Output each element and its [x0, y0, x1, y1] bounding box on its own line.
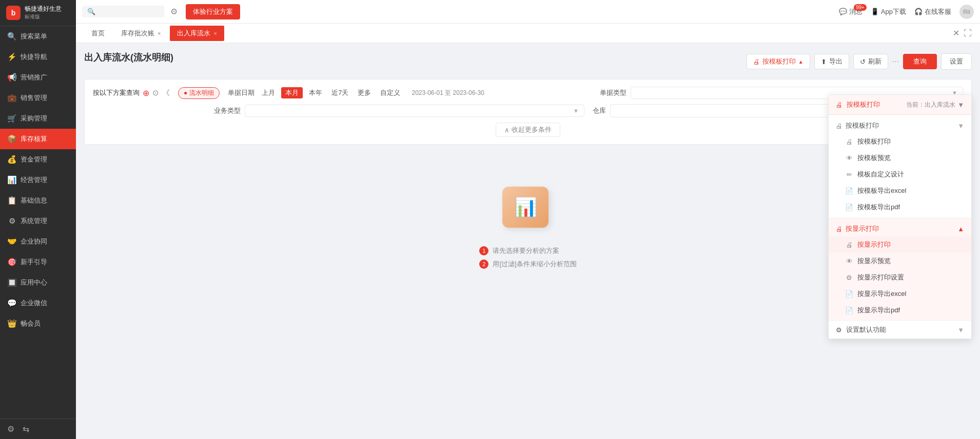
sidebar-item-app-center[interactable]: 🔲 应用中心 — [0, 272, 76, 293]
tabbar: 首页 库存批次账 × 出入库流水 × ✕ ⛶ — [76, 24, 980, 43]
dropdown-chevron-icon[interactable]: ▼ — [957, 101, 964, 109]
date-opt-more[interactable]: 更多 — [355, 87, 374, 98]
dropdown-header-left: 🖨 按模板打印 — [836, 100, 880, 109]
template-excel-icon: 📄 — [845, 187, 853, 195]
print-template-btn[interactable]: 🖨 按模板打印 ▲ — [747, 54, 810, 69]
display-preview-item[interactable]: 👁 按显示预览 — [829, 253, 971, 269]
sidebar-item-vip[interactable]: 👑 畅会员 — [0, 313, 76, 334]
display-export-pdf-item[interactable]: 📄 按显示导出pdf — [829, 302, 971, 318]
topbar-left: 🔍 ⚙ 体验行业方案 — [82, 4, 839, 19]
display-print-settings-item[interactable]: ⚙ 按显示打印设置 — [829, 269, 971, 286]
display-excel-icon: 📄 — [845, 290, 853, 298]
dropdown-section-display: 🖨 按显示打印 ▲ 🖨 按显示打印 👁 按显示预览 ⚙ 按显示打印设置 — [829, 218, 971, 321]
tab-batch[interactable]: 库存批次账 × — [114, 26, 168, 41]
dropdown-current-label: 当前：出入库流水 — [906, 101, 955, 109]
date-opt-this-month[interactable]: 本月 — [281, 87, 303, 98]
trial-btn[interactable]: 体验行业方案 — [186, 4, 240, 19]
display-export-excel-item[interactable]: 📄 按显示导出excel — [829, 286, 971, 302]
dropdown-section-template-header[interactable]: 🖨 按模板打印 ▼ — [829, 117, 971, 133]
tab-batch-close[interactable]: × — [158, 30, 161, 36]
sidebar-item-shortcut[interactable]: ⚡ 快捷导航 — [0, 47, 76, 67]
topbar-search-box[interactable]: 🔍 — [82, 6, 164, 17]
template-customize-item[interactable]: ✏ 模板自定义设计 — [829, 166, 971, 183]
tab-flow[interactable]: 出入库流水 × — [170, 26, 224, 41]
display-section-chevron-icon: ▲ — [957, 225, 964, 233]
sidebar-item-search[interactable]: 🔍 搜索菜单 — [0, 26, 76, 47]
app-download-label: App下载 — [881, 7, 906, 16]
display-settings-icon: ⚙ — [845, 274, 853, 282]
tab-home[interactable]: 首页 — [84, 26, 112, 41]
vip-icon: 👑 — [7, 319, 16, 328]
online-service-btn[interactable]: 🎧 在线客服 — [914, 7, 951, 16]
search-icon: 🔍 — [7, 32, 16, 41]
shortcut-icon: ⚡ — [7, 52, 16, 62]
sidebar-item-wechat[interactable]: 💬 企业微信 — [0, 293, 76, 313]
biz-type-field: 业务类型 ▼ — [214, 105, 584, 117]
date-options: 上月 本月 本年 近7天 更多 自定义 — [259, 87, 403, 98]
empty-hint-1: 1 请先选择要分析的方案 — [479, 246, 576, 255]
page-content: 出入库流水(流水明细) 🖨 按模板打印 ▲ ⬆ 导出 ↺ 刷新 ··· 查询 设… — [76, 43, 980, 439]
tab-maximize-icon[interactable]: ⛶ — [964, 29, 972, 38]
active-filter-tag[interactable]: ● 流水明细 — [178, 87, 220, 99]
template-preview-icon: 👁 — [845, 154, 853, 162]
sidebar-item-guide[interactable]: 🎯 新手引导 — [0, 252, 76, 272]
sidebar-item-basic[interactable]: 📋 基础信息 — [0, 190, 76, 211]
refresh-icon: ↺ — [860, 58, 866, 66]
wechat-icon: 💬 — [7, 298, 16, 308]
sidebar-item-sales[interactable]: 💼 销售管理 — [0, 88, 76, 108]
more-icon[interactable]: ··· — [892, 57, 899, 66]
export-btn[interactable]: ⬆ 导出 — [814, 54, 849, 69]
dropdown-footer[interactable]: ⚙ 设置默认功能 ▼ — [829, 321, 971, 338]
topbar-gear-icon[interactable]: ⚙ — [170, 7, 178, 16]
marketing-icon: 📢 — [7, 73, 16, 82]
empty-illustration: 📊 — [502, 187, 548, 228]
template-export-excel-item[interactable]: 📄 按模板导出excel — [829, 183, 971, 199]
date-opt-7days[interactable]: 近7天 — [328, 87, 351, 98]
operation-icon: 📊 — [7, 175, 16, 185]
tab-home-label: 首页 — [91, 29, 105, 38]
date-opt-prev-month[interactable]: 上月 — [259, 87, 278, 98]
dropdown-header: 🖨 按模板打印 当前：出入库流水 ▼ — [829, 95, 971, 115]
template-preview-item[interactable]: 👁 按模板预览 — [829, 150, 971, 166]
settings-btn[interactable]: 设置 — [941, 53, 972, 70]
dropdown-section-display-header[interactable]: 🖨 按显示打印 ▲ — [829, 220, 971, 236]
footer-settings-icon[interactable]: ⚙ — [7, 424, 14, 434]
tab-close-all-icon[interactable]: ✕ — [953, 28, 959, 38]
template-section-icon: 🖨 — [836, 122, 842, 130]
tab-flow-label: 出入库流水 — [177, 29, 210, 38]
template-print-icon: 🖨 — [845, 138, 853, 146]
sidebar-item-purchase[interactable]: 🛒 采购管理 — [0, 108, 76, 129]
sidebar-item-system[interactable]: ⚙ 系统管理 — [0, 211, 76, 231]
template-section-chevron-icon: ▼ — [957, 122, 964, 130]
app-download-btn[interactable]: 📱 App下载 — [871, 7, 906, 16]
search-collapse-btn[interactable]: 《 — [162, 88, 170, 98]
template-customize-icon: ✏ — [845, 171, 853, 178]
date-opt-custom[interactable]: 自定义 — [377, 87, 403, 98]
query-btn[interactable]: 查询 — [903, 54, 937, 69]
search-add-btn[interactable]: ⊕ — [143, 88, 149, 98]
refresh-btn[interactable]: ↺ 刷新 — [853, 54, 888, 69]
user-name: Rit — [963, 9, 970, 15]
topbar-search-input[interactable] — [99, 8, 150, 15]
sidebar-item-operation[interactable]: 📊 经营管理 — [0, 170, 76, 190]
sidebar-item-marketing[interactable]: 📢 营销推广 — [0, 67, 76, 88]
topbar-right: 💬 消息 99+ 📱 App下载 🎧 在线客服 Rit — [839, 5, 974, 19]
collapse-btn[interactable]: ∧ 收起更多条件 — [496, 123, 560, 137]
user-avatar[interactable]: Rit — [959, 5, 974, 19]
page-title: 出入库流水(流水明细) — [84, 51, 173, 64]
sidebar-item-inventory[interactable]: 📦 库存核算 — [0, 129, 76, 149]
date-opt-this-year[interactable]: 本年 — [306, 87, 325, 98]
biz-type-select[interactable]: ▼ — [245, 105, 584, 117]
inventory-icon: 📦 — [7, 134, 16, 144]
display-print-item[interactable]: 🖨 按显示打印 — [829, 236, 971, 253]
sidebar-item-corp[interactable]: 🤝 企业协同 — [0, 231, 76, 252]
collapse-chevron-up-icon: ∧ — [504, 126, 509, 134]
sidebar-item-finance[interactable]: 💰 资金管理 — [0, 149, 76, 170]
template-print-item[interactable]: 🖨 按模板打印 — [829, 133, 971, 150]
footer-expand-icon[interactable]: ⇆ — [23, 424, 29, 434]
search-settings-btn[interactable]: ⊙ — [152, 88, 159, 97]
print-chevron-up-icon: ▲ — [798, 59, 803, 65]
message-btn[interactable]: 💬 消息 99+ — [839, 7, 863, 16]
tab-flow-close[interactable]: × — [213, 30, 217, 36]
template-export-pdf-item[interactable]: 📄 按模板导出pdf — [829, 199, 971, 215]
